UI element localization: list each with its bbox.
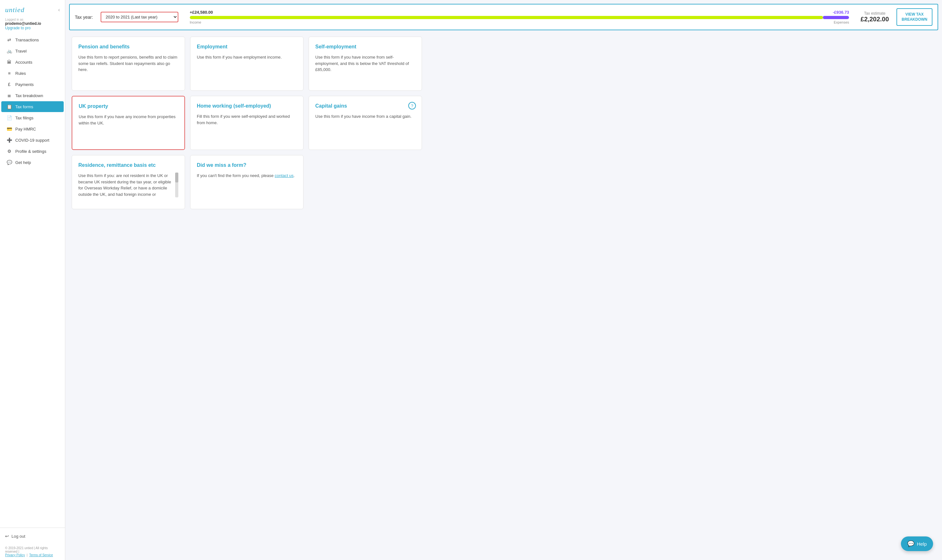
nav-label-transactions: Transactions	[15, 38, 39, 42]
content-area: Pension and benefits Use this form to re…	[65, 30, 942, 560]
nav-icon-transactions: ⇄	[6, 37, 12, 42]
nav-label-travel: Travel	[15, 49, 27, 54]
nav-label-rules: Rules	[15, 71, 26, 76]
nav-icon-pay-hmrc: 💳	[6, 126, 12, 131]
user-email: prodemo@untied.io	[5, 22, 60, 26]
card-title-employment: Employment	[197, 44, 297, 50]
card-desc-residence: Use this form if you: are not resident i…	[78, 173, 171, 197]
income-label: Income	[190, 20, 201, 24]
help-button-label: Help	[917, 541, 927, 547]
card-desc-did-we-miss: If you can't find the form you need, ple…	[197, 173, 295, 178]
sidebar-item-accounts[interactable]: 🏛 Accounts	[1, 57, 64, 68]
card-desc-pension-benefits: Use this form to report pensions, benefi…	[78, 55, 177, 72]
sidebar-item-tax-breakdown[interactable]: ≣ Tax breakdown	[1, 90, 64, 101]
sidebar-user-info: Logged in as prodemo@untied.io Upgrade t…	[0, 17, 65, 34]
sidebar-item-pay-hmrc[interactable]: 💳 Pay HMRC	[1, 123, 64, 134]
nav-icon-payments: £	[6, 82, 12, 87]
brand-logo: untied	[5, 6, 25, 14]
expenses-label: Expenses	[834, 20, 849, 24]
sidebar-item-payments[interactable]: £ Payments	[1, 79, 64, 90]
nav-label-pay-hmrc: Pay HMRC	[15, 127, 36, 131]
income-expense-progress-bar	[190, 16, 849, 19]
card-desc-self-employment: Use this form if you have income from se…	[315, 55, 409, 72]
sidebar-footer: © 2019-2021 untied | All rights reserved…	[0, 545, 65, 560]
nav-label-tax-filings: Tax filings	[15, 115, 34, 120]
tax-year-label: Tax year:	[75, 15, 93, 20]
terms-of-service-link[interactable]: Terms of Service	[29, 553, 53, 557]
sidebar-item-transactions[interactable]: ⇄ Transactions	[1, 34, 64, 45]
sidebar-bottom: ↩ Log out	[0, 528, 65, 545]
card-icon-capital-gains: ?	[408, 102, 416, 109]
sidebar-logo-area: untied ‹	[0, 0, 65, 17]
ie-labels: Income Expenses	[190, 20, 849, 24]
nav-icon-get-help: 💬	[6, 160, 12, 165]
card-employment[interactable]: Employment Use this form if you have emp…	[190, 37, 303, 91]
nav-label-tax-breakdown: Tax breakdown	[15, 93, 43, 98]
card-home-working[interactable]: Home working (self-employed) Fill this f…	[190, 96, 303, 150]
help-chat-icon: 💬	[907, 540, 914, 547]
nav-icon-tax-forms: 📋	[6, 104, 12, 109]
nav-icon-profile-settings: ⚙	[6, 149, 12, 154]
card-desc-home-working: Fill this form if you were self-employed…	[197, 114, 290, 125]
nav-label-profile-settings: Profile & settings	[15, 149, 46, 154]
nav-icon-rules: ≡	[6, 71, 12, 76]
card-residence[interactable]: Residence, remittance basis etc Use this…	[72, 155, 185, 209]
collapse-sidebar-button[interactable]: ‹	[58, 7, 60, 13]
nav-icon-covid-support: ➕	[6, 137, 12, 143]
nav-label-tax-forms: Tax forms	[15, 105, 33, 109]
nav-label-covid-support: COVID-19 support	[15, 138, 49, 143]
card-title-pension-benefits: Pension and benefits	[78, 44, 179, 50]
card-title-did-we-miss: Did we miss a form?	[197, 162, 297, 168]
logout-label: Log out	[11, 534, 25, 538]
card-title-residence: Residence, remittance basis etc	[78, 162, 179, 168]
nav-label-get-help: Get help	[15, 160, 31, 165]
nav-label-payments: Payments	[15, 82, 34, 87]
sidebar-item-covid-support[interactable]: ➕ COVID-19 support	[1, 135, 64, 146]
card-desc-uk-property: Use this form if you have any income fro…	[78, 114, 175, 125]
nav-icon-travel: 🚲	[6, 48, 12, 54]
card-did-we-miss[interactable]: Did we miss a form? If you can't find th…	[190, 155, 303, 209]
footer-copyright: © 2019-2021 untied | All rights reserved…	[5, 546, 48, 553]
card-desc-capital-gains: Use this form if you have income from a …	[315, 114, 411, 119]
help-button[interactable]: 💬 Help	[901, 537, 933, 551]
card-pension-benefits[interactable]: Pension and benefits Use this form to re…	[72, 37, 185, 91]
upgrade-link[interactable]: Upgrade to pro	[5, 26, 31, 30]
main-area: Tax year: 2020 to 2021 (Last tax year)20…	[65, 0, 942, 560]
card-title-self-employment: Self-employment	[315, 44, 415, 50]
card-title-home-working: Home working (self-employed)	[197, 103, 297, 109]
sidebar-item-get-help[interactable]: 💬 Get help	[1, 157, 64, 168]
nav-icon-accounts: 🏛	[6, 60, 12, 65]
card-title-capital-gains: Capital gains	[315, 103, 415, 109]
sidebar: untied ‹ Logged in as prodemo@untied.io …	[0, 0, 65, 560]
cards-grid: Pension and benefits Use this form to re…	[72, 37, 422, 209]
nav-icon-tax-filings: 📄	[6, 115, 12, 120]
ie-values: +£24,580.00 -£936.73	[190, 10, 849, 15]
expense-bar	[823, 16, 849, 19]
view-tax-breakdown-button[interactable]: VIEW TAX BREAKDOWN	[896, 8, 933, 26]
card-scroll-residence: Use this form if you: are not resident i…	[78, 172, 179, 197]
card-self-employment[interactable]: Self-employment Use this form if you hav…	[309, 37, 422, 91]
card-title-uk-property: UK property	[78, 103, 178, 109]
tax-estimate: Tax estimate £2,202.00	[860, 11, 889, 23]
logout-icon: ↩	[5, 534, 9, 538]
contact-us-link[interactable]: contact us	[275, 173, 294, 178]
tax-estimate-label: Tax estimate	[860, 11, 889, 15]
sidebar-item-tax-filings[interactable]: 📄 Tax filings	[1, 112, 64, 123]
income-bar	[190, 16, 823, 19]
card-uk-property[interactable]: UK property Use this form if you have an…	[72, 96, 185, 150]
header-bar: Tax year: 2020 to 2021 (Last tax year)20…	[69, 4, 938, 30]
sidebar-item-rules[interactable]: ≡ Rules	[1, 68, 64, 78]
sidebar-item-travel[interactable]: 🚲 Travel	[1, 46, 64, 56]
logged-in-label: Logged in as	[5, 18, 60, 22]
tax-estimate-value: £2,202.00	[860, 15, 889, 23]
nav-icon-tax-breakdown: ≣	[6, 93, 12, 98]
nav-label-accounts: Accounts	[15, 60, 32, 65]
sidebar-item-tax-forms[interactable]: 📋 Tax forms	[1, 101, 64, 112]
logout-button[interactable]: ↩ Log out	[5, 532, 25, 541]
privacy-policy-link[interactable]: Privacy Policy	[5, 553, 25, 557]
card-capital-gains[interactable]: ? Capital gains Use this form if you hav…	[309, 96, 422, 150]
sidebar-item-profile-settings[interactable]: ⚙ Profile & settings	[1, 146, 64, 157]
expense-value: -£936.73	[833, 10, 849, 15]
tax-year-select[interactable]: 2020 to 2021 (Last tax year)2021 to 2022…	[101, 12, 179, 22]
income-value: +£24,580.00	[190, 10, 213, 15]
